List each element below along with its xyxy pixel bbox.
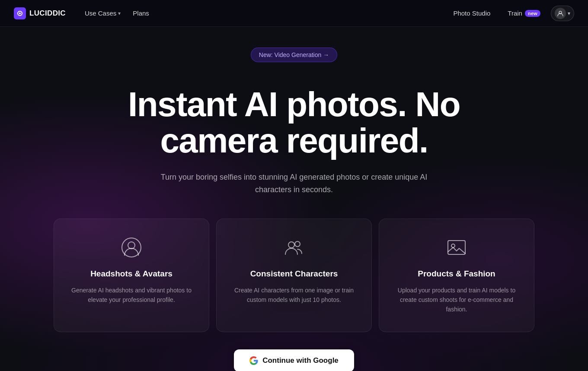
nav-user-menu[interactable]: ▾ [551, 6, 574, 21]
train-label: Train [508, 10, 522, 17]
card-characters: Consistent Characters Create AI characte… [216, 219, 372, 332]
navbar: LUCIDDIC Use Cases ▾ Plans Photo Studio … [0, 0, 588, 27]
announcement-banner[interactable]: New: Video Generation → [251, 48, 337, 62]
person-circle-icon [120, 236, 143, 260]
nav-photo-studio[interactable]: Photo Studio [446, 7, 497, 19]
continue-with-google-button[interactable]: Continue with Google [234, 349, 354, 371]
people-icon [283, 236, 305, 260]
nav-right: Photo Studio Train new ▾ [446, 6, 574, 21]
svg-point-4 [128, 242, 135, 249]
train-new-badge: new [525, 10, 540, 17]
headshots-desc: Generate AI headshots and vibrant photos… [68, 285, 195, 305]
image-frame-icon [445, 236, 468, 260]
use-cases-label: Use Cases [85, 10, 116, 17]
logo-text: LUCIDDIC [29, 9, 66, 18]
characters-desc: Create AI characters from one image or t… [230, 285, 358, 305]
logo-icon [14, 7, 26, 19]
characters-title: Consistent Characters [250, 269, 338, 279]
svg-point-5 [288, 242, 294, 248]
plans-label: Plans [133, 10, 149, 17]
hero-heading: Instant AI photos. No camera required. [99, 86, 489, 159]
avatar [555, 8, 566, 19]
nav-plans[interactable]: Plans [128, 7, 154, 19]
chevron-down-icon: ▾ [118, 10, 121, 16]
svg-rect-7 [448, 241, 465, 254]
google-button-label: Continue with Google [262, 356, 339, 365]
nav-use-cases[interactable]: Use Cases ▾ [80, 7, 126, 19]
svg-point-1 [19, 13, 21, 14]
card-headshots: Headshots & Avatars Generate AI headshot… [54, 219, 209, 332]
user-chevron-icon: ▾ [568, 10, 570, 16]
headshots-title: Headshots & Avatars [90, 269, 173, 279]
announcement-text: New: Video Generation → [259, 51, 329, 58]
products-title: Products & Fashion [418, 269, 495, 279]
nav-links: Use Cases ▾ Plans [80, 7, 154, 19]
svg-point-6 [295, 241, 300, 247]
hero-subheading: Turn your boring selfies into stunning A… [160, 171, 428, 196]
google-icon [249, 356, 258, 365]
svg-point-8 [451, 244, 455, 247]
card-products: Products & Fashion Upload your products … [379, 219, 534, 332]
nav-train[interactable]: Train new [501, 7, 547, 19]
products-desc: Upload your products and train AI models… [393, 285, 520, 314]
feature-cards: Headshots & Avatars Generate AI headshot… [52, 219, 536, 332]
logo[interactable]: LUCIDDIC [14, 7, 66, 19]
main-content: New: Video Generation → Instant AI photo… [0, 27, 588, 371]
photo-studio-label: Photo Studio [453, 10, 490, 17]
nav-left: LUCIDDIC Use Cases ▾ Plans [14, 7, 154, 19]
